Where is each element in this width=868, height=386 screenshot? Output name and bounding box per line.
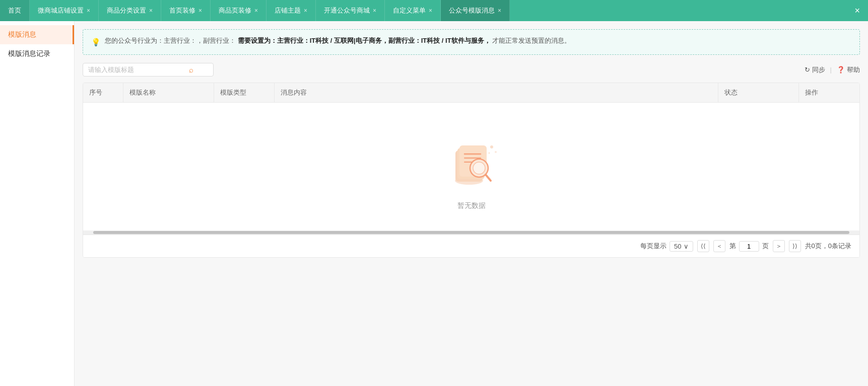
nav-tab-shop-settings-label: 微商城店铺设置 bbox=[38, 6, 84, 15]
top-nav: 首页 微商城店铺设置 × 商品分类设置 × 首页装修 × 商品页装修 × 店铺主… bbox=[0, 0, 868, 21]
th-seq: 序号 bbox=[83, 83, 123, 102]
close-icon[interactable]: × bbox=[498, 7, 501, 14]
th-content: 消息内容 bbox=[275, 83, 718, 102]
sync-button[interactable]: ↻ 同步 bbox=[805, 65, 825, 74]
scrollbar-thumb[interactable] bbox=[93, 231, 849, 234]
close-icon[interactable]: × bbox=[254, 7, 258, 14]
th-name: 模版名称 bbox=[123, 83, 214, 102]
th-action: 操作 bbox=[799, 83, 859, 102]
content-area: 💡 您的公众号行业为：主营行业：，副营行业： 需要设置为：主营行业：IT科技 /… bbox=[75, 21, 868, 386]
nav-tab-store-theme[interactable]: 店铺主题 × bbox=[266, 0, 316, 21]
nav-tab-shop-settings[interactable]: 微商城店铺设置 × bbox=[30, 0, 99, 21]
page-size-value: 50 bbox=[674, 243, 681, 250]
nav-tab-product-category[interactable]: 商品分类设置 × bbox=[99, 0, 161, 21]
search-actions: ↻ 同步 | ❓ 帮助 bbox=[805, 65, 860, 74]
sidebar-item-template-msg-log-label: 模版消息记录 bbox=[8, 49, 50, 57]
nav-tab-template-msg[interactable]: 公众号模版消息 × bbox=[441, 0, 510, 21]
main-layout: 模版消息 模版消息记录 💡 您的公众号行业为：主营行业：，副营行业： 需要设置为… bbox=[0, 21, 868, 386]
search-input[interactable] bbox=[88, 66, 189, 73]
table-header: 序号 模版名称 模版类型 消息内容 状态 操作 bbox=[83, 83, 859, 103]
empty-illustration bbox=[441, 133, 502, 193]
sync-label: 同步 bbox=[812, 65, 825, 74]
page-input: 第 页 bbox=[729, 241, 769, 252]
svg-line-9 bbox=[486, 175, 491, 181]
nav-tab-home[interactable]: 首页 bbox=[0, 0, 30, 21]
nav-tab-template-msg-label: 公众号模版消息 bbox=[449, 6, 495, 15]
page-number-input[interactable] bbox=[739, 241, 759, 252]
next-page-button[interactable]: ＞ bbox=[773, 240, 785, 252]
bulb-icon: 💡 bbox=[91, 36, 101, 48]
sidebar-item-template-msg-log[interactable]: 模版消息记录 bbox=[0, 44, 74, 63]
nav-tab-custom-menu[interactable]: 自定义菜单 × bbox=[385, 0, 441, 21]
notice-box: 💡 您的公众号行业为：主营行业：，副营行业： 需要设置为：主营行业：IT科技 /… bbox=[83, 29, 860, 55]
close-icon[interactable]: × bbox=[149, 7, 153, 14]
nav-tab-product-page-decor-label: 商品页装修 bbox=[219, 6, 251, 15]
nav-tab-product-category-label: 商品分类设置 bbox=[107, 6, 146, 15]
close-icon[interactable]: × bbox=[87, 7, 90, 14]
total-info: 共0页，0条记录 bbox=[805, 242, 851, 251]
divider: | bbox=[830, 66, 832, 73]
th-type: 模版类型 bbox=[214, 83, 275, 102]
sidebar-item-template-msg-label: 模版消息 bbox=[8, 30, 36, 38]
empty-text: 暂无数据 bbox=[457, 201, 486, 210]
sidebar: 模版消息 模版消息记录 bbox=[0, 21, 75, 386]
svg-point-11 bbox=[495, 151, 497, 153]
nav-tab-home-label: 首页 bbox=[8, 6, 21, 15]
pagination: 每页显示 50 ∨ ⟨⟨ ＜ 第 页 ＞ ⟩⟩ 共0页，0条记录 bbox=[83, 235, 859, 257]
sync-icon: ↻ bbox=[805, 66, 810, 73]
sidebar-item-template-msg[interactable]: 模版消息 bbox=[0, 25, 74, 44]
page-prefix-label: 第 bbox=[729, 242, 736, 251]
last-page-button[interactable]: ⟩⟩ bbox=[789, 240, 801, 252]
svg-point-12 bbox=[488, 152, 490, 154]
help-button[interactable]: ❓ 帮助 bbox=[837, 65, 860, 74]
search-bar: ⌕ ↻ 同步 | ❓ 帮助 bbox=[83, 63, 860, 76]
help-icon: ❓ bbox=[837, 66, 845, 73]
page-size-dropdown[interactable]: 50 ∨ bbox=[670, 241, 693, 252]
nav-tab-product-page-decor[interactable]: 商品页装修 × bbox=[211, 0, 266, 21]
dropdown-arrow-icon: ∨ bbox=[684, 243, 689, 250]
prev-page-button[interactable]: ＜ bbox=[713, 240, 725, 252]
nav-tab-open-mall[interactable]: 开通公众号商城 × bbox=[316, 0, 385, 21]
close-icon[interactable]: × bbox=[429, 7, 432, 14]
search-icon[interactable]: ⌕ bbox=[189, 65, 193, 74]
close-all-tabs-button[interactable]: × bbox=[846, 6, 868, 16]
svg-point-8 bbox=[473, 162, 485, 174]
help-label: 帮助 bbox=[847, 65, 860, 74]
notice-highlight: 需要设置为：主营行业：IT科技 / 互联网|电子商务，副营行业：IT科技 / I… bbox=[238, 37, 491, 44]
close-icon[interactable]: × bbox=[198, 7, 202, 14]
page-size-select: 每页显示 50 ∨ bbox=[640, 241, 693, 252]
page-unit-label: 页 bbox=[762, 242, 769, 251]
nav-tab-custom-menu-label: 自定义菜单 bbox=[393, 6, 426, 15]
data-table: 序号 模版名称 模版类型 消息内容 状态 操作 bbox=[83, 83, 860, 258]
horizontal-scrollbar[interactable] bbox=[83, 230, 859, 235]
empty-state: 暂无数据 bbox=[83, 103, 859, 230]
notice-text: 您的公众号行业为：主营行业：，副营行业： 需要设置为：主营行业：IT科技 / 互… bbox=[105, 36, 571, 46]
close-icon[interactable]: × bbox=[373, 7, 376, 14]
th-status: 状态 bbox=[718, 83, 799, 102]
nav-tab-homepage-decor-label: 首页装修 bbox=[169, 6, 195, 15]
search-input-wrap[interactable]: ⌕ bbox=[83, 63, 214, 76]
nav-tab-homepage-decor[interactable]: 首页装修 × bbox=[161, 0, 211, 21]
nav-tab-open-mall-label: 开通公众号商城 bbox=[324, 6, 370, 15]
first-page-button[interactable]: ⟨⟨ bbox=[697, 240, 709, 252]
svg-point-10 bbox=[490, 145, 493, 148]
page-size-label: 每页显示 bbox=[640, 242, 666, 251]
close-icon[interactable]: × bbox=[304, 7, 307, 14]
nav-tab-store-theme-label: 店铺主题 bbox=[275, 6, 301, 15]
